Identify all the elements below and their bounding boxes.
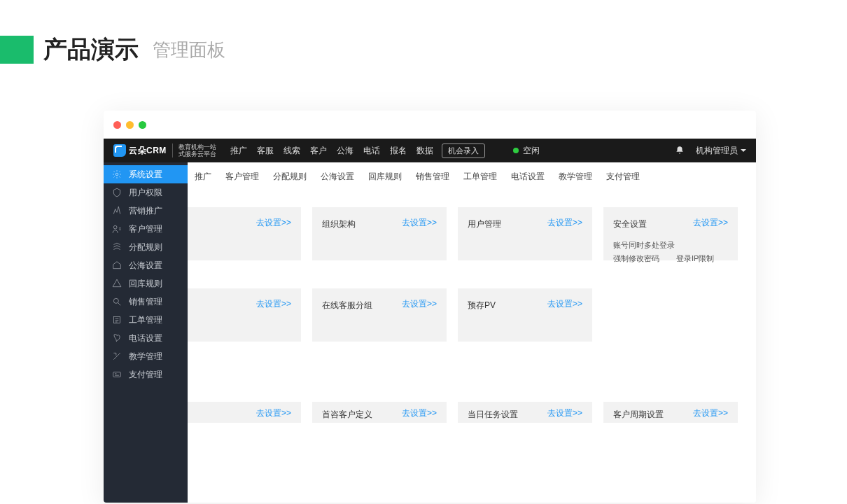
svg-rect-3 <box>113 316 120 323</box>
sidebar-item-label: 教学管理 <box>129 351 162 363</box>
card-sub-row2: 强制修改密码 登录IP限制 <box>613 253 728 264</box>
sidebar-icon <box>112 188 122 197</box>
app-frame: 云朵CRM 教育机构一站 式服务云平台 推广 客服 线索 客户 公海 电话 报名… <box>104 111 756 503</box>
title-accent-block <box>0 36 34 64</box>
cloud-logo-icon <box>113 144 126 157</box>
card-title: 在线客服分组 <box>322 300 372 310</box>
card-title: 客户周期设置 <box>613 410 664 419</box>
sidebar-item-label: 用户权限 <box>129 187 162 199</box>
tab-6[interactable]: 工单管理 <box>456 167 504 187</box>
go-settings-link[interactable]: 去设置>> <box>402 298 437 310</box>
go-settings-link[interactable]: 去设置>> <box>547 407 582 419</box>
tab-3[interactable]: 公海设置 <box>314 167 361 187</box>
card-title: 用户管理 <box>468 219 501 229</box>
sidebar-item-3[interactable]: 客户管理 <box>104 220 188 238</box>
maximize-dot-icon[interactable] <box>139 121 146 129</box>
tabs-row: 推广客户管理分配规则公海设置回库规则销售管理工单管理电话设置教学管理支付管理 <box>188 162 756 190</box>
tab-1[interactable]: 客户管理 <box>218 167 266 187</box>
card-r1-c1: 去设置>> <box>188 207 301 260</box>
card-title: 组织架构 <box>322 219 356 229</box>
sidebar-icon <box>112 297 122 307</box>
sub-item: 账号同时多处登录 <box>613 240 675 251</box>
sidebar-item-1[interactable]: 用户权限 <box>104 183 188 202</box>
card-r3-c1: 去设置>> <box>188 402 301 423</box>
card-r1-c3: 用户管理 去设置>> <box>458 207 592 260</box>
logo-divider <box>172 144 173 158</box>
tab-9[interactable]: 支付管理 <box>599 167 647 187</box>
card-row-3: 去设置>> 首咨客户定义 去设置>> 当日任务设置 去设置>> 客户周期设置 去… <box>188 402 756 423</box>
nav-item-4[interactable]: 公海 <box>337 145 354 157</box>
sidebar-item-11[interactable]: 支付管理 <box>104 365 188 384</box>
user-label: 机构管理员 <box>696 145 738 157</box>
go-settings-link[interactable]: 去设置>> <box>402 407 437 419</box>
nav-item-6[interactable]: 报名 <box>390 145 407 157</box>
sidebar-icon <box>112 169 122 179</box>
nav-item-0[interactable]: 推广 <box>230 145 247 157</box>
sub-item: 登录IP限制 <box>676 253 714 264</box>
card-sub-row1: 账号同时多处登录 <box>613 240 728 251</box>
nav-item-2[interactable]: 线索 <box>284 145 300 157</box>
svg-point-2 <box>113 298 118 303</box>
sidebar: 系统设置用户权限营销推广客户管理分配规则公海设置回库规则销售管理工单管理电话设置… <box>104 162 188 503</box>
go-settings-link[interactable]: 去设置>> <box>547 298 582 310</box>
go-settings-link[interactable]: 去设置>> <box>693 217 728 229</box>
sidebar-item-2[interactable]: 营销推广 <box>104 202 188 220</box>
svg-point-0 <box>115 173 118 176</box>
sidebar-items: 系统设置用户权限营销推广客户管理分配规则公海设置回库规则销售管理工单管理电话设置… <box>104 165 188 384</box>
go-settings-link[interactable]: 去设置>> <box>256 407 291 419</box>
card-title: 首咨客户定义 <box>322 410 372 419</box>
sidebar-item-10[interactable]: 教学管理 <box>104 347 188 365</box>
chevron-down-icon <box>741 149 746 152</box>
sidebar-item-label: 回库规则 <box>129 278 162 290</box>
sidebar-item-7[interactable]: 销售管理 <box>104 293 188 311</box>
body-row: 系统设置用户权限营销推广客户管理分配规则公海设置回库规则销售管理工单管理电话设置… <box>104 162 756 503</box>
go-settings-link[interactable]: 去设置>> <box>256 217 291 229</box>
go-settings-link[interactable]: 去设置>> <box>693 407 728 419</box>
tab-7[interactable]: 电话设置 <box>504 167 552 187</box>
card-title: 预存PV <box>468 300 496 310</box>
sidebar-item-4[interactable]: 分配规则 <box>104 238 188 256</box>
sidebar-item-label: 营销推广 <box>129 205 162 217</box>
logo: 云朵CRM 教育机构一站 式服务云平台 <box>113 144 216 158</box>
status-dot-icon <box>513 148 519 153</box>
sidebar-icon <box>112 279 122 288</box>
go-settings-link[interactable]: 去设置>> <box>402 217 437 229</box>
nav-item-5[interactable]: 电话 <box>363 145 380 157</box>
go-settings-link[interactable]: 去设置>> <box>547 217 582 229</box>
tab-5[interactable]: 销售管理 <box>409 167 456 187</box>
tab-4[interactable]: 回库规则 <box>361 167 409 187</box>
sidebar-item-6[interactable]: 回库规则 <box>104 274 188 293</box>
card-r2-c3: 预存PV 去设置>> <box>458 288 592 342</box>
bell-icon[interactable] <box>675 146 685 155</box>
svg-point-1 <box>113 225 117 229</box>
main-area: 推广客户管理分配规则公海设置回库规则销售管理工单管理电话设置教学管理支付管理 去… <box>188 162 756 503</box>
close-dot-icon[interactable] <box>113 121 121 129</box>
card-r3-c3: 当日任务设置 去设置>> <box>458 402 592 423</box>
nav-right: 机构管理员 <box>675 145 746 157</box>
user-menu[interactable]: 机构管理员 <box>696 145 746 157</box>
nav-item-7[interactable]: 数据 <box>416 145 433 157</box>
page-title-area: 产品演示 管理面板 <box>0 0 847 88</box>
status-indicator: 空闲 <box>513 145 540 157</box>
card-r2-c1: 去设置>> <box>188 288 301 342</box>
minimize-dot-icon[interactable] <box>126 121 134 129</box>
nav-item-3[interactable]: 客户 <box>310 145 327 157</box>
card-r3-c2: 首咨客户定义 去设置>> <box>312 402 447 423</box>
sidebar-item-0[interactable]: 系统设置 <box>104 165 188 183</box>
sub-item: 强制修改密码 <box>613 253 659 264</box>
go-settings-link[interactable]: 去设置>> <box>256 298 291 310</box>
sidebar-item-label: 公海设置 <box>129 260 162 272</box>
sidebar-item-9[interactable]: 电话设置 <box>104 329 188 347</box>
top-nav: 云朵CRM 教育机构一站 式服务云平台 推广 客服 线索 客户 公海 电话 报名… <box>104 139 756 162</box>
nav-item-1[interactable]: 客服 <box>257 145 274 157</box>
tab-0[interactable]: 推广 <box>188 167 218 187</box>
sidebar-icon <box>112 206 122 216</box>
sidebar-item-8[interactable]: 工单管理 <box>104 311 188 329</box>
tab-2[interactable]: 分配规则 <box>266 167 314 187</box>
card-title: 当日任务设置 <box>468 410 518 419</box>
sidebar-item-5[interactable]: 公海设置 <box>104 256 188 274</box>
page-title-sub: 管理面板 <box>153 38 225 62</box>
tab-8[interactable]: 教学管理 <box>552 167 599 187</box>
sidebar-icon <box>112 333 122 343</box>
record-opportunity-button[interactable]: 机会录入 <box>442 144 485 158</box>
